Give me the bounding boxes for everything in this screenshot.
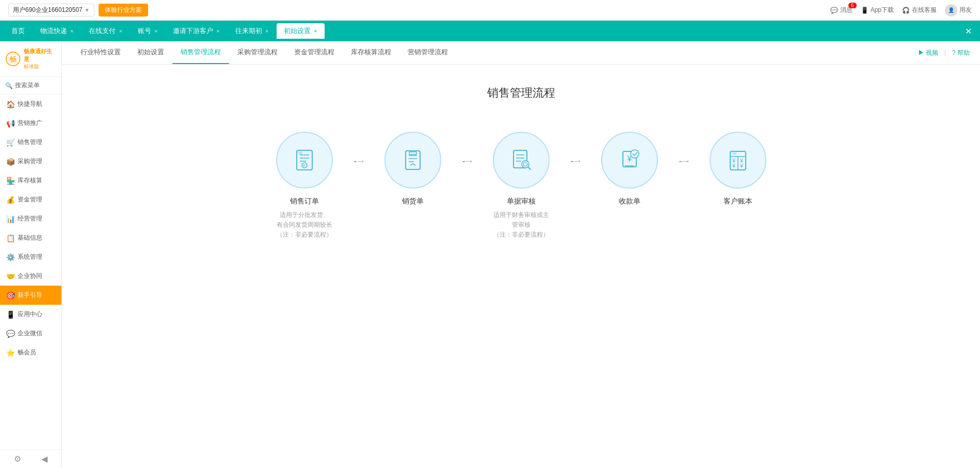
user-avatar-item[interactable]: 👤 用友 [945, 4, 972, 17]
help-icon: ? [952, 49, 956, 56]
sales-icon: 🛒 [6, 138, 14, 147]
sidebar-item-marketing[interactable]: 📢 营销推广 [0, 114, 61, 133]
close-icon[interactable]: × [265, 28, 268, 34]
tab-invite-label: 邀请下游客户 [173, 26, 213, 36]
svg-text:¥: ¥ [732, 163, 735, 169]
video-link[interactable]: ▶ 视频 [918, 49, 938, 57]
logo-text: 畅康通好生意 标准版 [24, 48, 56, 70]
svg-point-24 [631, 150, 639, 158]
tab-invite[interactable]: 邀请下游客户 × [166, 23, 227, 39]
subtab-marketing-flow[interactable]: 营销管理流程 [399, 41, 456, 64]
quick-nav-icon: 🏠 [6, 100, 14, 108]
tab-payment[interactable]: 在线支付 × [82, 23, 129, 39]
sidebar-item-label: 系统管理 [18, 253, 42, 261]
trial-button[interactable]: 体验行业方案 [99, 4, 148, 17]
svg-rect-6 [298, 151, 302, 154]
svg-text:¥: ¥ [303, 164, 305, 167]
sidebar-item-guide[interactable]: 🎯 新手引导 [0, 286, 61, 305]
settings-icon[interactable]: ⚙ [14, 454, 21, 464]
arrow-2: ···→ [454, 155, 480, 167]
sidebar-item-operation[interactable]: 📊 经营管理 [0, 209, 61, 228]
close-all-tabs-button[interactable]: ✕ [961, 26, 976, 36]
sidebar-item-app-center[interactable]: 📱 应用中心 [0, 305, 61, 324]
flow-circle-review[interactable] [493, 132, 550, 189]
tab-account[interactable]: 账号 × [131, 23, 165, 39]
sidebar-item-finance[interactable]: 💰 资金管理 [0, 190, 61, 209]
flow-step-review: 单据审核 适用于财务审核或主管审核（注：非必要流程） [480, 132, 563, 240]
user-selector[interactable]: 用户690企业1660120507 ▼ [8, 4, 94, 17]
sidebar-item-label: 企业微信 [18, 329, 42, 338]
tab-period[interactable]: 往来期初 × [228, 23, 276, 39]
flow-circle-ledger[interactable]: ¥ ¥ ¥ ¥ [710, 132, 766, 189]
app-icon: 📱 [861, 7, 869, 14]
step-label-sales-order: 销售订单 [290, 197, 319, 206]
tab-initial-label: 初始设置 [284, 26, 311, 36]
sidebar-item-vip[interactable]: ⭐ 畅会员 [0, 343, 61, 362]
search-menu[interactable]: 🔍 搜索菜单 [0, 77, 61, 95]
sidebar-item-base-info[interactable]: 📋 基础信息 [0, 228, 61, 247]
sidebar-item-wechat[interactable]: 💬 企业微信 [0, 324, 61, 343]
receipt-icon: ¥ [617, 147, 642, 173]
app-download-item[interactable]: 📱 App下载 [861, 6, 894, 14]
finance-icon: 💰 [6, 196, 14, 204]
logo-area: 畅 畅康通好生意 标准版 [0, 41, 61, 77]
top-bar-left: 用户690企业1660120507 ▼ 体验行业方案 [8, 4, 148, 17]
sidebar: 畅 畅康通好生意 标准版 🔍 搜索菜单 🏠 快捷导航 📢 营销推广 🛒 销售管理… [0, 41, 62, 468]
service-icon: 🎧 [902, 7, 910, 14]
base-info-icon: 📋 [6, 234, 14, 242]
sidebar-item-enterprise[interactable]: 🤝 企业协同 [0, 267, 61, 286]
flow-container: ¥ 销售订单 适用于分批发货、有合同发货周期较长（注：非必要流程） ···→ [263, 132, 779, 240]
step-label-receipt: 收款单 [619, 197, 640, 206]
arrow-4: ···→ [671, 155, 697, 167]
close-icon[interactable]: × [70, 28, 73, 34]
message-icon: 💬 [830, 7, 838, 14]
sidebar-item-inventory[interactable]: 🏪 库存核算 [0, 171, 61, 190]
sidebar-item-purchase[interactable]: 📦 采购管理 [0, 152, 61, 171]
close-icon[interactable]: × [154, 28, 157, 34]
tab-logistics-label: 物流快递 [40, 26, 67, 36]
process-title: 销售管理流程 [487, 85, 555, 101]
user-name-label: 用友 [959, 6, 972, 14]
tab-payment-label: 在线支付 [89, 26, 116, 36]
tab-home[interactable]: 首页 [4, 23, 32, 39]
flow-circle-delivery[interactable] [384, 132, 441, 189]
subtab-initial[interactable]: 初始设置 [129, 41, 172, 64]
step-desc-sales-order: 适用于分批发货、有合同发货周期较长（注：非必要流程） [277, 210, 332, 240]
collapse-icon[interactable]: ◀ [41, 454, 47, 464]
sidebar-item-label: 资金管理 [18, 195, 42, 204]
step-label-ledger: 客户账本 [724, 197, 752, 206]
doc-review-icon [508, 147, 534, 173]
service-label: 在线客服 [912, 6, 937, 14]
close-icon[interactable]: × [119, 28, 122, 34]
flow-step-sales-order: ¥ 销售订单 适用于分批发货、有合同发货周期较长（注：非必要流程） [263, 132, 346, 240]
message-item[interactable]: 💬 消息 6 [830, 6, 853, 14]
nav-tabs: 首页 物流快递 × 在线支付 × 账号 × 邀请下游客户 × 往来期初 × 初始… [0, 21, 980, 41]
subtab-inventory-flow[interactable]: 库存核算流程 [343, 41, 399, 64]
purchase-icon: 📦 [6, 158, 14, 166]
subtab-industry[interactable]: 行业特性设置 [72, 41, 129, 64]
top-bar-right: 💬 消息 6 📱 App下载 🎧 在线客服 👤 用友 [830, 4, 972, 17]
logo-icon: 畅 [5, 51, 21, 67]
chevron-down-icon: ▼ [85, 7, 90, 13]
video-icon: ▶ [918, 49, 924, 56]
close-icon[interactable]: × [216, 28, 219, 34]
sidebar-item-quick-nav[interactable]: 🏠 快捷导航 [0, 95, 61, 114]
user-label: 用户690企业1660120507 [13, 6, 83, 14]
vip-icon: ⭐ [6, 349, 14, 357]
subtab-purchase-flow[interactable]: 采购管理流程 [229, 41, 286, 64]
tab-logistics[interactable]: 物流快递 × [33, 23, 81, 39]
sidebar-bottom: ⚙ ◀ [0, 449, 61, 468]
sidebar-item-sales[interactable]: 🛒 销售管理 [0, 133, 61, 152]
sidebar-item-label: 应用中心 [18, 310, 42, 319]
customer-service-item[interactable]: 🎧 在线客服 [902, 6, 937, 14]
subtab-sales-flow[interactable]: 销售管理流程 [172, 41, 229, 64]
close-icon[interactable]: × [314, 28, 317, 34]
subtab-finance-flow[interactable]: 资金管理流程 [286, 41, 343, 64]
sidebar-item-system[interactable]: ⚙️ 系统管理 [0, 247, 61, 267]
marketing-icon: 📢 [6, 119, 14, 128]
flow-circle-sales-order[interactable]: ¥ [276, 132, 333, 189]
tab-initial-setup[interactable]: 初始设置 × [277, 23, 324, 39]
flow-step-delivery: 销货单 [372, 132, 454, 210]
help-link[interactable]: ? 帮助 [952, 49, 970, 57]
flow-circle-receipt[interactable]: ¥ [601, 132, 658, 189]
